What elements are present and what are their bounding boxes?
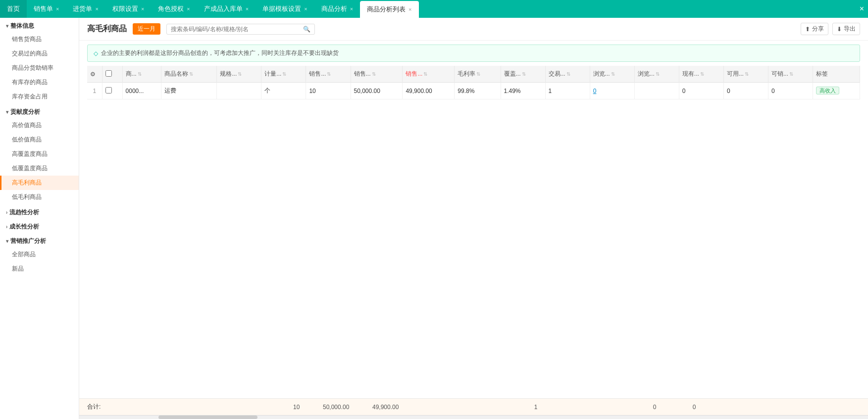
search-input[interactable] <box>171 26 303 33</box>
sidebar-item-traded-goods[interactable]: 交易过的商品 <box>0 47 79 61</box>
col-saleable-stock[interactable]: 可销...⇅ <box>768 66 813 83</box>
col-available-stock[interactable]: 可用...⇅ <box>723 66 768 83</box>
cell-spec <box>217 83 261 99</box>
col-views2[interactable]: 浏览...⇅ <box>634 66 679 83</box>
col-tag[interactable]: 标签 <box>813 66 860 83</box>
sidebar-item-high-coverage[interactable]: 高覆盖度商品 <box>0 147 79 161</box>
sidebar-group-marketing[interactable]: ▾ 营销推广分析 <box>0 233 79 247</box>
page-title: 高毛利商品 <box>87 24 127 34</box>
table-wrapper[interactable]: ⚙ 商...⇅ 商品名称⇅ 规格...⇅ 计量...⇅ 销售...⇅ 销售...… <box>79 66 868 398</box>
close-all-tabs-button[interactable]: × <box>860 4 864 13</box>
main-layout: « ▾ 整体信息 销售货商品 交易过的商品 商品分货助销率 有库存的商品 库存资… <box>0 18 868 419</box>
nav-home[interactable]: 首页 <box>0 0 27 18</box>
footer-cells: 10 50,000.00 49,900.00 1 0 0 <box>104 404 860 411</box>
sort-icon: ⇅ <box>327 71 331 77</box>
row-select-checkbox[interactable] <box>105 87 112 93</box>
footer-transactions: 1 <box>501 404 540 411</box>
sidebar-item-all-goods[interactable]: 全部商品 <box>0 247 79 262</box>
col-transactions[interactable]: 交易...⇅ <box>545 66 590 83</box>
col-sales-amount[interactable]: 销售...⇅ <box>351 66 403 83</box>
cell-code: 0000... <box>122 83 161 99</box>
sort-icon: ⇅ <box>656 71 660 77</box>
sidebar-item-stock-capital[interactable]: 库存资金占用 <box>0 90 79 104</box>
col-code[interactable]: 商...⇅ <box>122 66 161 83</box>
nav-product-inbound[interactable]: 产成品入库单 × <box>197 0 255 18</box>
sidebar-item-sales-goods[interactable]: 销售货商品 <box>0 32 79 47</box>
nav-close-product-inbound[interactable]: × <box>246 0 249 18</box>
nav-close-permission-settings[interactable]: × <box>141 0 144 18</box>
nav-close-template-settings[interactable]: × <box>304 0 307 18</box>
table-header-row: ⚙ 商...⇅ 商品名称⇅ 规格...⇅ 计量...⇅ 销售...⇅ 销售...… <box>87 66 860 83</box>
cell-views1[interactable]: 0 <box>590 83 634 99</box>
col-current-stock[interactable]: 现有...⇅ <box>679 66 723 83</box>
arrow-icon: ▾ <box>6 109 8 115</box>
arrow-icon: › <box>6 224 7 230</box>
col-sales-qty[interactable]: 销售...⇅ <box>306 66 351 83</box>
col-checkbox[interactable] <box>102 66 122 83</box>
sidebar-item-low-margin[interactable]: 低毛利商品 <box>0 190 79 204</box>
col-views1[interactable]: 浏览...⇅ <box>590 66 634 83</box>
cell-saleable-stock: 0 <box>768 83 813 99</box>
row-checkbox[interactable] <box>102 83 122 99</box>
sort-icon: ⇅ <box>423 71 427 77</box>
nav-permission-settings[interactable]: 权限设置 × <box>105 0 151 18</box>
content-area: 高毛利商品 近一月 🔍 ⬆ 分享 ⬇ 导出 ◇ 企业的主要的利润都是这部分商品创… <box>79 18 868 419</box>
export-icon: ⬇ <box>837 26 842 33</box>
col-sales-profit[interactable]: 销售...⇅ <box>403 66 455 83</box>
col-unit[interactable]: 计量...⇅ <box>261 66 306 83</box>
footer-available-stock: 0 <box>659 404 699 411</box>
nav-sales-order[interactable]: 销售单 × <box>27 0 66 18</box>
info-icon: ◇ <box>94 50 98 57</box>
nav-template-settings[interactable]: 单据模板设置 × <box>255 0 314 18</box>
col-spec[interactable]: 规格...⇅ <box>217 66 261 83</box>
sidebar-group-trend[interactable]: › 流趋性分析 <box>0 204 79 219</box>
cell-sales-profit: 49,900.00 <box>403 83 455 99</box>
cell-name: 运费 <box>161 83 217 99</box>
cell-sales-qty: 10 <box>306 83 351 99</box>
sort-icon: ⇅ <box>522 71 526 77</box>
sidebar-group-growth[interactable]: › 成长性分析 <box>0 219 79 233</box>
col-settings[interactable]: ⚙ <box>87 66 102 83</box>
nav-close-product-analysis-list[interactable]: × <box>408 0 411 18</box>
export-button[interactable]: ⬇ 导出 <box>832 23 860 35</box>
nav-role-auth[interactable]: 角色授权 × <box>151 0 197 18</box>
nav-product-analysis-list[interactable]: 商品分析列表 × <box>360 1 418 18</box>
sidebar-item-in-stock-goods[interactable]: 有库存的商品 <box>0 75 79 90</box>
nav-close-role-auth[interactable]: × <box>187 0 190 18</box>
horizontal-scrollbar[interactable] <box>79 415 868 419</box>
footer-current-stock: 0 <box>619 404 659 411</box>
nav-close-purchase-order[interactable]: × <box>95 0 98 18</box>
search-icon[interactable]: 🔍 <box>303 26 310 33</box>
sidebar-item-high-value[interactable]: 高价值商品 <box>0 118 79 133</box>
col-name[interactable]: 商品名称⇅ <box>161 66 217 83</box>
col-coverage[interactable]: 覆盖...⇅ <box>501 66 545 83</box>
sidebar-item-new-goods[interactable]: 新品 <box>0 262 79 276</box>
header-actions: ⬆ 分享 ⬇ 导出 <box>801 23 860 35</box>
sort-icon: ⇅ <box>282 71 286 77</box>
table-row: 1 0000... 运费 个 10 50,000.00 49,900.00 99… <box>87 83 860 99</box>
sort-icon: ⇅ <box>189 71 193 77</box>
nav-close-product-analysis[interactable]: × <box>350 0 353 18</box>
select-all-checkbox[interactable] <box>105 70 112 77</box>
footer-sales-amount: 50,000.00 <box>303 404 352 411</box>
sidebar-toggle-button[interactable]: « <box>79 209 79 229</box>
nav-purchase-order[interactable]: 进货单 × <box>66 0 105 18</box>
filter-recent-month-button[interactable]: 近一月 <box>133 23 160 35</box>
nav-product-analysis[interactable]: 商品分析 × <box>314 0 360 18</box>
footer-sales-qty: 10 <box>243 404 303 411</box>
sidebar-item-low-value[interactable]: 低价值商品 <box>0 133 79 147</box>
scrollbar-thumb[interactable] <box>158 416 257 419</box>
share-button[interactable]: ⬆ 分享 <box>801 23 828 35</box>
sort-icon: ⇅ <box>745 71 749 77</box>
sort-icon: ⇅ <box>238 71 242 77</box>
col-gross-margin[interactable]: 毛利率⇅ <box>455 66 501 83</box>
cell-transactions: 1 <box>545 83 590 99</box>
sidebar-item-high-margin[interactable]: 高毛利商品 <box>0 176 79 190</box>
nav-close-sales-order[interactable]: × <box>56 0 59 18</box>
sidebar-group-contribution[interactable]: ▾ 贡献度分析 <box>0 104 79 118</box>
sidebar-item-low-coverage[interactable]: 低覆盖度商品 <box>0 161 79 176</box>
settings-icon[interactable]: ⚙ <box>90 71 96 78</box>
sidebar-group-overall[interactable]: ▾ 整体信息 <box>0 18 79 32</box>
sort-icon: ⇅ <box>566 71 570 77</box>
sidebar-item-goods-assist-rate[interactable]: 商品分货助销率 <box>0 61 79 75</box>
